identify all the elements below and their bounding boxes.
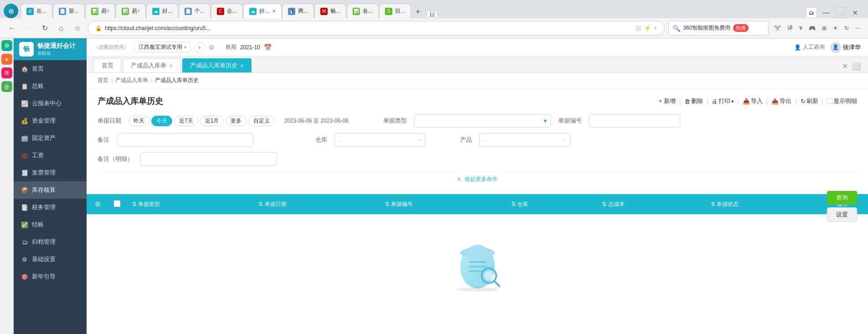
tab-close-8[interactable]: ✕ (272, 9, 276, 14)
note-input[interactable] (117, 133, 253, 147)
lightning-icon[interactable]: ⚡ (644, 25, 651, 31)
brightness-btn[interactable]: ☀ (831, 24, 840, 32)
sidebar-item-checkout[interactable]: ✅ 结账 (14, 216, 87, 233)
col-total-cost[interactable]: ⇅ 总成本 (596, 194, 705, 214)
sidebar-item-ledger[interactable]: 📋 总账 (14, 77, 87, 95)
page-tab-home[interactable]: 首页 (94, 58, 121, 72)
close-browser-btn[interactable]: ✕ (850, 7, 861, 18)
warehouse-select[interactable]: ... ⋯ (334, 133, 426, 147)
user-area[interactable]: 👤 徐泽华 (830, 42, 861, 53)
browser-tab-10[interactable]: M 畅... (314, 4, 346, 18)
browser-tab-2[interactable]: 📄 新... (53, 4, 85, 18)
reload-btn[interactable]: ↻ (38, 22, 51, 35)
show-detail-btn[interactable]: 显示明细 (827, 97, 857, 105)
date-btn-custom[interactable]: 自定义 (248, 116, 275, 126)
add-btn-label[interactable]: + 新增 (658, 97, 675, 105)
delete-btn[interactable]: 🗑 删除 (684, 97, 703, 105)
query-btn[interactable]: 查询 (827, 191, 857, 205)
col-doc-status[interactable]: ⇅ 单据状态 (705, 194, 832, 214)
date-btn-1month[interactable]: 近1月 (200, 116, 224, 126)
browser-tab-9[interactable]: 🐧 腾... (282, 4, 314, 18)
new-tab-btn[interactable]: + (411, 5, 424, 18)
collapse-bar[interactable]: ∧ 收起更多条件 (98, 171, 857, 187)
col-doc-type[interactable]: ⇅ 单据类型 (127, 194, 253, 214)
product-select[interactable]: ... ⋯ (479, 133, 570, 147)
show-detail-checkbox[interactable] (827, 98, 832, 104)
sidebar-item-new-period[interactable]: 🎯 新年引导 (14, 268, 87, 285)
game-btn[interactable]: 🎮 (807, 24, 817, 32)
table-settings-gear[interactable]: ⚙ (92, 199, 103, 210)
browser-tab-8[interactable]: ☁ 好... ✕ (243, 4, 282, 18)
select-all-checkbox[interactable] (114, 200, 120, 207)
back-btn[interactable]: ← (5, 22, 18, 35)
settings-company-icon[interactable]: ⚙ (209, 44, 215, 51)
breadcrumb-home[interactable]: 首页 (98, 77, 108, 84)
sidebar-item-fund[interactable]: 💰 资金管理 (14, 112, 87, 129)
sidebar-item-basic[interactable]: ⚙ 基础设置 (14, 251, 87, 268)
col-doc-date[interactable]: ⇅ 单据日期 (253, 194, 379, 214)
page-tab-product-history[interactable]: 产成品入库单历史 ✕ (182, 58, 252, 72)
browser-logo[interactable]: ⊕ (4, 4, 18, 18)
expand-icon[interactable]: ⬜ (852, 62, 861, 71)
ext-icon-4[interactable]: @ (1, 81, 12, 92)
col-checkbox[interactable] (108, 194, 127, 214)
calendar-icon[interactable]: 📅 (264, 44, 272, 51)
browser-tab-5[interactable]: ☁ 好... (146, 4, 178, 18)
add-company-btn[interactable]: + (194, 42, 205, 53)
tab-count[interactable]: 12 (426, 11, 437, 18)
print-btn[interactable]: 🖨 打印 ▾ (712, 97, 734, 105)
sync-btn[interactable]: ↻ (842, 24, 851, 32)
url-bar[interactable]: 🔒 https://cloud.chanjet.com/accounting/u… (87, 21, 665, 36)
scissors-btn[interactable]: ✂️ (772, 24, 783, 32)
close-page-icon[interactable]: ✕ (842, 62, 848, 71)
browser-tab-12[interactable]: S 目... (379, 4, 411, 18)
addr-dropdown-icon[interactable]: ▾ (654, 25, 657, 31)
col-doc-no[interactable]: ⇅ 单据编号 (380, 194, 506, 214)
ext-icon-1[interactable]: ✿ (1, 40, 12, 51)
home-nav-btn[interactable]: ⌂ (55, 22, 67, 35)
col-warehouse[interactable]: ⇅ 仓库 (506, 194, 596, 214)
page-tab-product-list[interactable]: 产成品入库单 ✕ (123, 58, 180, 72)
refresh-btn[interactable]: ↻ 刷新 (801, 97, 818, 105)
doc-no-input[interactable] (589, 114, 680, 128)
sidebar-item-tax[interactable]: 📑 税务管理 (14, 199, 87, 216)
restore-btn[interactable]: 🗂 (806, 7, 817, 18)
browser-tab-11[interactable]: 📊 各... (347, 4, 379, 18)
forward-btn[interactable]: → (22, 22, 35, 35)
bookmark-btn[interactable]: ☆ (71, 22, 84, 35)
browser-tab-6[interactable]: 📄 个... (179, 4, 211, 18)
import-btn[interactable]: 📥 导入 (743, 97, 763, 105)
date-btn-7days[interactable]: 近7天 (174, 116, 198, 126)
note-detail-input[interactable] (140, 152, 277, 166)
doc-type-select[interactable]: ▾ (414, 114, 551, 128)
sidebar-item-asset[interactable]: 🏢 固定资产 (14, 129, 87, 147)
sidebar-item-home[interactable]: 🏠 首页 (14, 60, 87, 77)
translate-btn[interactable]: 译 (786, 23, 795, 33)
wallet-btn[interactable]: ¥ (797, 24, 804, 32)
company-selector[interactable]: 江西服宝测试专用 ▾ (134, 42, 190, 52)
maximize-btn[interactable]: ⬜ (835, 7, 846, 18)
browser-tab-3[interactable]: 📊 易↑ (85, 4, 115, 18)
sidebar-item-inventory[interactable]: 📦 库存核算 (14, 181, 87, 199)
settings-filter-btn[interactable]: 设置 (827, 207, 857, 222)
col-settings[interactable]: ⚙ (87, 194, 108, 214)
tab-product-history-close[interactable]: ✕ (240, 63, 244, 68)
ext-icon-2[interactable]: ★ (1, 54, 12, 65)
grid-layout-btn[interactable]: ⊞ (820, 24, 828, 32)
date-btn-today[interactable]: 今天 (151, 116, 172, 126)
more-btn[interactable]: ⋯ (853, 24, 863, 32)
export-btn[interactable]: 📤 导出 (771, 97, 791, 105)
user-service-btn[interactable]: 👤 人工咨询 (794, 43, 825, 51)
browser-tab-7[interactable]: C 企... (211, 4, 243, 18)
sidebar-item-report[interactable]: 📈 云报表中心 (14, 95, 87, 112)
sidebar-item-salary[interactable]: 💼 工资 (14, 147, 87, 164)
browser-tab-4[interactable]: 📊 易↑ (116, 4, 146, 18)
grid-icon[interactable]: ⊞ (635, 24, 641, 32)
date-btn-yesterday[interactable]: 昨天 (128, 116, 149, 126)
sidebar-item-archive[interactable]: 🗂 归档管理 (14, 233, 87, 251)
date-btn-more[interactable]: 更多 (226, 116, 247, 126)
minimize-btn[interactable]: — (821, 7, 832, 18)
browser-tab-1[interactable]: 在 在... (21, 4, 52, 18)
tab-product-list-close[interactable]: ✕ (169, 63, 173, 68)
ext-icon-3[interactable]: 微 (1, 67, 12, 78)
